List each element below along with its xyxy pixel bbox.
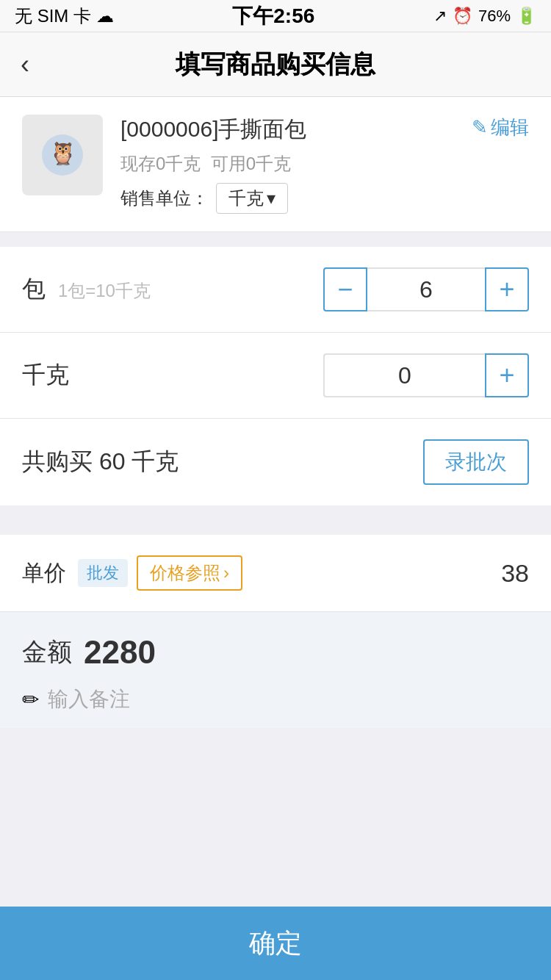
unit-select[interactable]: 千克 ▾ [216,183,288,214]
price-value: 38 [501,559,529,588]
product-stock: 现存0千克 可用0千克 [120,152,454,176]
pencil-icon: ✏ [22,688,39,712]
price-row: 单价 批发 价格参照 › 38 [0,535,551,612]
kg-input-row: 千克 + [0,333,551,419]
bag-value-input[interactable] [367,267,485,311]
battery-icon: 🔋 [516,7,536,26]
edit-button[interactable]: ✎ 编辑 [472,115,529,140]
edit-icon: ✎ [472,116,488,139]
bag-minus-button[interactable]: − [323,267,367,311]
product-card: 🦉 [0000006]手撕面包 现存0千克 可用0千克 销售单位： 千克 ▾ ✎… [0,97,551,232]
confirm-bar[interactable]: 确定 [0,907,551,980]
nav-bar: ‹ 填写商品购买信息 [0,32,551,97]
input-section: 包 1包=10千克 − + 千克 + [0,247,551,419]
signal-text: 无 SIM 卡 ☁ [15,4,114,28]
product-image: 🦉 [22,115,103,195]
bag-stepper: − + [323,267,529,311]
total-row: 共购买 60 千克 录批次 [0,419,551,505]
amount-label: 金额 [22,635,72,669]
svg-text:🦉: 🦉 [49,140,77,167]
kg-plus-button[interactable]: + [485,353,529,397]
total-label: 共购买 60 千克 [22,446,179,478]
bag-input-row: 包 1包=10千克 − + [0,247,551,333]
battery-text: 76% [478,7,511,26]
amount-row: 金额 2280 [22,634,529,671]
product-name: [0000006]手撕面包 [120,115,454,145]
price-tag: 批发 [78,559,128,587]
kg-stepper: + [323,353,529,397]
remark-placeholder: 输入备注 [48,685,130,713]
price-section: 单价 批发 价格参照 › 38 [0,535,551,612]
status-right: ↗ ⏰ 76% 🔋 [433,7,536,26]
kg-value-input[interactable] [323,353,485,397]
section-separator-2 [0,505,551,520]
alarm-icon: ⏰ [453,7,472,26]
section-separator-1 [0,232,551,247]
amount-section: 金额 2280 ✏ 输入备注 [0,612,551,728]
status-time: 下午2:56 [232,2,314,30]
kg-label: 千克 [22,359,323,392]
remark-row[interactable]: ✏ 输入备注 [22,685,529,713]
status-left: 无 SIM 卡 ☁ [15,4,114,28]
chevron-down-icon: ▾ [267,188,276,209]
product-info: [0000006]手撕面包 现存0千克 可用0千克 销售单位： 千克 ▾ [120,115,454,214]
location-icon: ↗ [433,7,447,26]
bag-label: 包 1包=10千克 [22,273,323,306]
bag-plus-button[interactable]: + [485,267,529,311]
product-unit-row: 销售单位： 千克 ▾ [120,183,454,214]
status-bar: 无 SIM 卡 ☁ 下午2:56 ↗ ⏰ 76% 🔋 [0,0,551,32]
amount-value: 2280 [84,634,156,671]
price-ref-button[interactable]: 价格参照 › [137,555,242,591]
batch-button[interactable]: 录批次 [423,439,529,485]
price-label: 单价 [22,558,66,588]
page-title: 填写商品购买信息 [176,48,375,82]
back-button[interactable]: ‹ [21,49,29,80]
chevron-right-icon: › [223,563,229,583]
confirm-button-label: 确定 [249,926,302,962]
bag-hint: 1包=10千克 [58,281,151,300]
